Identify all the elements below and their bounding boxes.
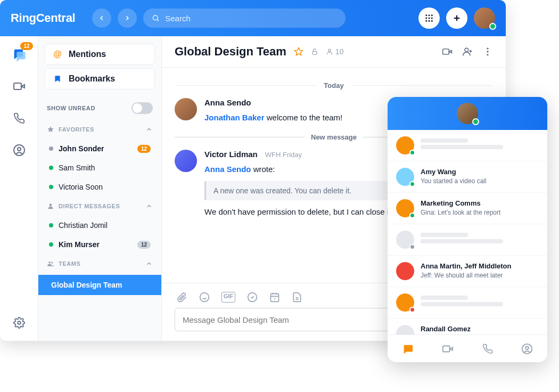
mobile-conversation-item[interactable]: Anna Martin, Jeff MiddletonJeff: We shou…: [388, 256, 547, 287]
sidebar-item-kim-murser[interactable]: Kim Murser 12: [45, 236, 155, 252]
contact-name: Victoria Soon: [59, 183, 103, 191]
svg-point-6: [431, 18, 433, 19]
bookmarks-label: Bookmarks: [69, 74, 115, 84]
svg-point-7: [425, 20, 427, 22]
svg-point-1: [425, 14, 427, 16]
chevron-up-icon: [145, 126, 153, 133]
avatar: [396, 293, 414, 312]
chevron-up-icon: [145, 202, 153, 210]
teams-section-header[interactable]: TEAMS: [45, 256, 155, 272]
mobile-preview: Amy WangYou started a video callMarketin…: [388, 97, 547, 362]
favorite-star-icon[interactable]: [294, 47, 303, 56]
sidebar-item-christian-jomil[interactable]: Christian Jomil: [45, 217, 155, 233]
mobile-conversation-item[interactable]: [388, 130, 547, 161]
bookmarks-tab[interactable]: Bookmarks: [45, 68, 155, 89]
svg-point-12: [18, 148, 21, 151]
search-box[interactable]: [143, 9, 346, 28]
search-input[interactable]: [165, 14, 337, 23]
conv-name: Anna Martin, Jeff Middleton: [421, 262, 539, 270]
task-button[interactable]: [247, 292, 258, 303]
avatar: [396, 136, 414, 154]
nav-messages[interactable]: 12: [11, 46, 28, 63]
mobile-tab-contacts[interactable]: [521, 343, 533, 355]
contact-name: John Sonder: [59, 144, 104, 153]
svg-text:7: 7: [274, 297, 276, 301]
add-member-button[interactable]: [462, 46, 473, 57]
presence-dot: [49, 166, 53, 170]
add-button[interactable]: [446, 7, 467, 29]
more-options-button[interactable]: [482, 46, 493, 57]
svg-point-16: [51, 262, 53, 264]
back-button[interactable]: [92, 9, 111, 28]
svg-point-22: [487, 51, 488, 52]
show-unread-toggle[interactable]: [131, 102, 153, 114]
nav-settings[interactable]: [11, 314, 28, 331]
date-divider: Today: [175, 81, 493, 89]
attach-button[interactable]: [177, 292, 187, 303]
show-unread-row: SHOW UNREAD: [45, 98, 155, 118]
direct-messages-section-header[interactable]: DIRECT MESSAGES: [45, 198, 155, 214]
sidebar-item-john-sonder[interactable]: John Sonder 12: [45, 141, 155, 157]
mobile-conversation-item[interactable]: Amy WangYou started a video call: [388, 161, 547, 193]
sidebar-item-global-design-team[interactable]: Global Design Team: [38, 275, 161, 295]
mobile-avatar[interactable]: [457, 103, 478, 124]
event-button[interactable]: 7: [269, 292, 280, 303]
message-author: Victor Lidman: [204, 150, 258, 159]
app-header: RingCentral: [0, 0, 506, 36]
mobile-tab-phone[interactable]: [482, 344, 493, 354]
avatar[interactable]: [175, 98, 197, 120]
svg-point-0: [153, 15, 158, 20]
avatar: [396, 168, 414, 186]
gif-button[interactable]: GIF: [221, 292, 235, 303]
presence-dot: [49, 146, 53, 151]
mobile-tab-video[interactable]: [442, 343, 454, 355]
svg-point-14: [50, 203, 52, 206]
contact-name: Kim Murser: [59, 240, 100, 249]
mobile-conversation-item[interactable]: [388, 287, 547, 318]
svg-point-8: [429, 20, 430, 22]
direct-messages-label: DIRECT MESSAGES: [59, 203, 120, 209]
forward-button[interactable]: [118, 9, 137, 28]
teams-icon: [47, 260, 54, 267]
svg-point-15: [49, 262, 51, 264]
conv-name: Randall Gomez: [421, 325, 539, 333]
conv-name: Marketing Comms: [421, 199, 539, 207]
person-icon: [47, 202, 54, 210]
nav-contacts[interactable]: [11, 142, 28, 159]
nav-phone[interactable]: [11, 110, 28, 127]
mention-link[interactable]: Jonathan Baker: [204, 113, 265, 122]
message-meta: WFH Friday: [265, 151, 302, 159]
sidebar-item-victoria-soon[interactable]: Victoria Soon: [45, 179, 155, 195]
svg-point-21: [487, 48, 488, 50]
mobile-conversation-item[interactable]: Randall GomezHey. You in today?: [388, 318, 547, 334]
sidebar-item-sam-smith[interactable]: Sam Smith: [45, 160, 155, 176]
mentions-tab[interactable]: @ Mentions: [45, 44, 155, 65]
nav-video[interactable]: [11, 78, 28, 95]
avatar[interactable]: [175, 150, 197, 172]
svg-point-2: [429, 14, 430, 16]
svg-point-23: [487, 54, 488, 55]
mobile-conversation-list[interactable]: Amy WangYou started a video callMarketin…: [388, 130, 547, 334]
mention-link[interactable]: Anna Sendo: [204, 165, 251, 174]
mobile-conversation-item[interactable]: [388, 224, 547, 256]
team-name: Global Design Team: [51, 281, 122, 289]
mobile-tab-messages[interactable]: [402, 343, 414, 355]
profile-avatar[interactable]: [474, 7, 495, 29]
emoji-button[interactable]: [199, 292, 210, 303]
chevron-up-icon: [145, 260, 153, 267]
conv-preview: Jeff: We should all meet later: [421, 272, 539, 279]
teams-label: TEAMS: [59, 260, 81, 267]
favorites-section-header[interactable]: FAVORITES: [45, 121, 155, 137]
app-title: RingCentral: [11, 11, 75, 25]
member-count[interactable]: 10: [326, 47, 344, 56]
presence-indicator: [472, 118, 479, 125]
dialpad-button[interactable]: [418, 7, 440, 29]
note-button[interactable]: [292, 292, 302, 303]
avatar: [396, 199, 414, 217]
svg-point-3: [431, 14, 433, 16]
lock-icon: [311, 48, 318, 55]
start-video-button[interactable]: [442, 46, 453, 57]
sidebar: @ Mentions Bookmarks SHOW UNREAD FAVORIT…: [38, 36, 162, 341]
mobile-conversation-item[interactable]: Marketing CommsGina: Let's look at the r…: [388, 193, 547, 224]
unread-badge: 12: [137, 241, 151, 249]
